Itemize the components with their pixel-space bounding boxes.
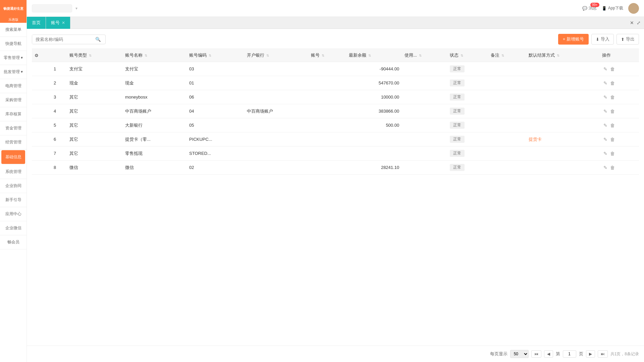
sidebar-item-wholesale-mgmt[interactable]: 批发管理 ▾ bbox=[0, 65, 26, 79]
col-account[interactable]: 账号 ⇅ bbox=[308, 49, 346, 62]
col-name[interactable]: 账号名称 ⇅ bbox=[122, 49, 186, 62]
export-button[interactable]: ⬆ 导出 bbox=[616, 34, 639, 45]
delete-button[interactable]: 🗑 bbox=[609, 66, 616, 72]
table-cell: 提货卡（零... bbox=[122, 132, 186, 146]
sidebar-item-operation-mgmt[interactable]: 经营管理 bbox=[0, 135, 26, 149]
table-cell: ✎🗑 bbox=[599, 90, 639, 104]
sidebar-item-system-mgmt[interactable]: 系统管理 bbox=[0, 165, 26, 179]
app-download-btn[interactable]: 📱 App下载 bbox=[602, 5, 623, 11]
table-row: 8微信微信0228241.10正常✎🗑 bbox=[32, 161, 639, 175]
table-cell: 5 bbox=[51, 118, 67, 132]
table-cell: 正常 bbox=[447, 161, 488, 175]
tab-expand-btn[interactable]: ⤢ bbox=[637, 20, 641, 25]
col-code[interactable]: 账号编码 ⇅ bbox=[186, 49, 244, 62]
search-button[interactable]: 🔍 bbox=[93, 35, 104, 44]
sidebar-item-retail-mgmt[interactable]: 零售管理 ▾ bbox=[0, 51, 26, 65]
toolbar-right: + 新增账号 ⬇ 导入 ⬆ 导出 bbox=[558, 34, 639, 45]
status-badge: 正常 bbox=[450, 94, 465, 101]
topbar-dropdown-icon[interactable]: ▾ bbox=[75, 6, 77, 11]
table-cell bbox=[402, 76, 447, 90]
table-cell bbox=[526, 62, 599, 76]
table-cell bbox=[526, 76, 599, 90]
sidebar-item-enterprise-agreement[interactable]: 企业协同 bbox=[0, 179, 26, 193]
table-row: 3其它moneybosx0610000.00正常✎🗑 bbox=[32, 90, 639, 104]
per-page-select[interactable]: 50 100 bbox=[510, 350, 529, 358]
tab-close-icon[interactable]: ✕ bbox=[62, 20, 65, 25]
sidebar-item-member[interactable]: 畅会员 bbox=[0, 235, 26, 249]
col-default-settlement[interactable]: 默认结算方式 ⇅ bbox=[526, 49, 599, 62]
tab-close-btn[interactable]: ✕ bbox=[630, 20, 634, 25]
sidebar-item-purchase-mgmt[interactable]: 采购管理 bbox=[0, 93, 26, 107]
col-type[interactable]: 账号类型 ⇅ bbox=[67, 49, 122, 62]
app-logo: 畅捷通好生意 bbox=[0, 0, 26, 17]
col-balance[interactable]: 最新余额 ⇅ bbox=[346, 49, 402, 62]
delete-button[interactable]: 🗑 bbox=[609, 122, 616, 129]
sidebar-item-quick-nav[interactable]: 快捷导航 bbox=[0, 37, 26, 51]
status-badge: 正常 bbox=[450, 150, 465, 157]
sidebar-item-app-center[interactable]: 应用中心 bbox=[0, 207, 26, 221]
table-cell: 中百商场账户 bbox=[244, 104, 308, 118]
edit-button[interactable]: ✎ bbox=[602, 122, 609, 129]
table-cell: 6 bbox=[51, 132, 67, 146]
col-notes[interactable]: 备注 ⇅ bbox=[488, 49, 526, 62]
delete-button[interactable]: 🗑 bbox=[609, 164, 616, 171]
main-content: ▾ 💬 消息 99+ 📱 App下载 首页 账号 ✕ ✕ ⤢ bbox=[27, 0, 644, 362]
sidebar-item-search-menu[interactable]: 搜索菜单 bbox=[0, 23, 26, 37]
topbar-search-input[interactable] bbox=[32, 4, 72, 12]
delete-button[interactable]: 🗑 bbox=[609, 108, 616, 115]
sidebar-item-ecommerce-mgmt[interactable]: 电商管理 bbox=[0, 79, 26, 93]
export-icon: ⬆ bbox=[621, 37, 625, 42]
tab-home[interactable]: 首页 bbox=[27, 17, 46, 29]
table-cell bbox=[244, 62, 308, 76]
col-status[interactable]: 状态 ⇅ bbox=[447, 49, 488, 62]
table-cell bbox=[488, 161, 526, 175]
add-account-button[interactable]: + 新增账号 bbox=[558, 34, 589, 45]
message-btn[interactable]: 💬 消息 99+ bbox=[582, 5, 597, 11]
edit-button[interactable]: ✎ bbox=[602, 136, 609, 143]
table-cell: 现金 bbox=[122, 76, 186, 90]
search-input[interactable] bbox=[32, 35, 93, 44]
delete-button[interactable]: 🗑 bbox=[609, 136, 616, 143]
sidebar-item-new-guide[interactable]: 新手引导 bbox=[0, 193, 26, 207]
table-cell: 其它 bbox=[67, 118, 122, 132]
col-action: 操作 bbox=[599, 49, 639, 62]
table-cell: 7 bbox=[51, 146, 67, 161]
edit-button[interactable]: ✎ bbox=[602, 94, 609, 101]
col-num bbox=[51, 49, 67, 62]
delete-button[interactable]: 🗑 bbox=[609, 80, 616, 86]
delete-button[interactable]: 🗑 bbox=[609, 150, 616, 157]
message-badge: 99+ bbox=[590, 3, 599, 7]
page-input[interactable] bbox=[563, 350, 576, 358]
delete-button[interactable]: 🗑 bbox=[609, 94, 616, 101]
col-bank[interactable]: 开户银行 ⇅ bbox=[244, 49, 308, 62]
sidebar-item-enterprise-wechat[interactable]: 企业微信 bbox=[0, 221, 26, 235]
tab-accounts[interactable]: 账号 ✕ bbox=[46, 17, 70, 29]
col-usage[interactable]: 使用... ⇅ bbox=[402, 49, 447, 62]
table-cell: 零售抵现 bbox=[122, 146, 186, 161]
last-page-btn[interactable]: ⏭ bbox=[598, 350, 608, 358]
table-cell: 正常 bbox=[447, 146, 488, 161]
import-button[interactable]: ⬇ 导入 bbox=[591, 34, 614, 45]
avatar[interactable] bbox=[628, 3, 639, 14]
edit-button[interactable]: ✎ bbox=[602, 164, 609, 171]
sidebar-item-basic-info[interactable]: 基础信息 bbox=[1, 150, 25, 164]
topbar: ▾ 💬 消息 99+ 📱 App下载 bbox=[27, 0, 644, 17]
edit-button[interactable]: ✎ bbox=[602, 108, 609, 115]
sidebar-item-capital-mgmt[interactable]: 资金管理 bbox=[0, 121, 26, 135]
edit-button[interactable]: ✎ bbox=[602, 66, 609, 72]
table-cell bbox=[308, 161, 346, 175]
table-cell bbox=[244, 146, 308, 161]
first-page-btn[interactable]: ⏮ bbox=[531, 350, 541, 358]
sidebar-item-inventory[interactable]: 库存核算 bbox=[0, 107, 26, 121]
prev-page-btn[interactable]: ◀ bbox=[544, 350, 553, 358]
next-page-btn[interactable]: ▶ bbox=[586, 350, 595, 358]
table-cell: 正常 bbox=[447, 62, 488, 76]
table-header: ⚙ 账号类型 ⇅ 账号名称 ⇅ 账号编码 ⇅ 开户银行 ⇅ 账号 ⇅ 最新余额 … bbox=[32, 49, 639, 62]
status-badge: 正常 bbox=[450, 164, 465, 171]
table-cell bbox=[244, 132, 308, 146]
edit-button[interactable]: ✎ bbox=[602, 80, 609, 86]
sidebar-nav: 搜索菜单 快捷导航 零售管理 ▾ 批发管理 ▾ 电商管理 采购管理 库存核算 资… bbox=[0, 23, 26, 362]
edit-button[interactable]: ✎ bbox=[602, 150, 609, 157]
col-settings[interactable]: ⚙ bbox=[32, 49, 51, 62]
table-cell: 1 bbox=[51, 62, 67, 76]
